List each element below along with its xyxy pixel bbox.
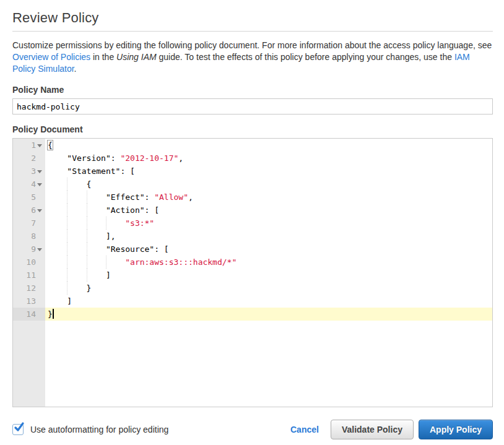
- code-line[interactable]: {: [45, 139, 492, 152]
- indent-guide: [106, 256, 106, 269]
- code-string: "arn:aws:s3:::hackmd/*": [125, 257, 237, 267]
- code-line[interactable]: "arn:aws:s3:::hackmd/*": [45, 256, 492, 269]
- code-line[interactable]: }: [45, 282, 492, 295]
- indent-guide: [67, 204, 67, 217]
- line-number: 2: [31, 152, 36, 165]
- editor-gutter: 1234567891011121314: [13, 139, 45, 407]
- fold-spacer: [37, 233, 43, 240]
- code-line[interactable]: ]: [45, 295, 492, 308]
- fold-arrow-icon[interactable]: [37, 181, 43, 188]
- code-line[interactable]: "Effect": "Allow",: [45, 191, 492, 204]
- policy-document-label: Policy Document: [12, 124, 493, 134]
- policy-name-input[interactable]: [12, 98, 493, 114]
- fold-spacer: [37, 311, 43, 318]
- indent-guide: [87, 217, 87, 230]
- gutter-cell: 5: [13, 191, 45, 204]
- line-number: 5: [31, 191, 36, 204]
- fold-arrow-icon[interactable]: [37, 168, 43, 175]
- footer-bar: Use autoformatting for policy editing Ca…: [12, 420, 493, 439]
- indent-guide: [87, 269, 87, 282]
- code-line[interactable]: "Action": [: [45, 204, 492, 217]
- code-line[interactable]: "Resource": [: [45, 243, 492, 256]
- code-text: "Action": [: [48, 205, 159, 215]
- gutter-cell: 3: [13, 165, 45, 178]
- line-number: 9: [31, 243, 36, 256]
- gutter-cell: 14: [13, 308, 45, 321]
- matched-bracket: {: [48, 140, 53, 150]
- code-text: "Version":: [48, 153, 120, 163]
- fold-spacer: [37, 220, 43, 227]
- checkmark-icon: [14, 422, 24, 433]
- gutter-cell: 1: [13, 139, 45, 152]
- line-number: 10: [26, 256, 36, 269]
- line-number: 14: [26, 308, 36, 321]
- apply-policy-button[interactable]: Apply Policy: [419, 420, 493, 439]
- fold-spacer: [37, 194, 43, 201]
- code-line[interactable]: }: [45, 308, 492, 321]
- gutter-cell: 6: [13, 204, 45, 217]
- text-cursor: [53, 309, 54, 319]
- fold-spacer: [37, 272, 43, 279]
- review-policy-page: Review Policy Customize permissions by e…: [12, 10, 493, 439]
- autoformat-label: Use autoformatting for policy editing: [30, 425, 168, 434]
- gutter-cell: 12: [13, 282, 45, 295]
- indent-guide: [87, 243, 87, 256]
- overview-of-policies-link[interactable]: Overview of Policies: [12, 52, 90, 62]
- gutter-cell: 4: [13, 178, 45, 191]
- code-text: ,: [188, 192, 193, 202]
- gutter-cell: 7: [13, 217, 45, 230]
- line-number: 1: [31, 139, 36, 152]
- validate-policy-button[interactable]: Validate Policy: [331, 420, 414, 439]
- code-line[interactable]: ]: [45, 269, 492, 282]
- indent-guide: [87, 256, 87, 269]
- editor-content[interactable]: { "Version": "2012-10-17", "Statement": …: [45, 139, 492, 407]
- page-title: Review Policy: [12, 10, 493, 26]
- line-number: 11: [26, 269, 36, 282]
- autoformat-option: Use autoformatting for policy editing: [12, 424, 168, 435]
- indent-guide: [67, 269, 67, 282]
- gutter-cell: 11: [13, 269, 45, 282]
- indent-guide: [106, 217, 106, 230]
- indent-guide: [67, 178, 67, 191]
- code-text: }: [48, 309, 53, 319]
- autoformat-checkbox[interactable]: [12, 424, 24, 435]
- gutter-cell: 13: [13, 295, 45, 308]
- indent-guide: [87, 191, 87, 204]
- line-number: 3: [31, 165, 36, 178]
- line-number: 8: [31, 230, 36, 243]
- code-string: "2012-10-17": [120, 153, 178, 163]
- code-text: ]: [48, 296, 72, 306]
- fold-arrow-icon[interactable]: [37, 246, 43, 253]
- description-text: guide. To test the effects of this polic…: [157, 52, 454, 62]
- gutter-cell: 9: [13, 243, 45, 256]
- line-number: 13: [26, 295, 36, 308]
- fold-spacer: [37, 298, 43, 305]
- cancel-link[interactable]: Cancel: [290, 425, 319, 434]
- fold-spacer: [37, 259, 43, 266]
- code-line[interactable]: {: [45, 178, 492, 191]
- code-string: "Allow": [154, 192, 188, 202]
- fold-spacer: [37, 155, 43, 162]
- line-number: 12: [26, 282, 36, 295]
- code-text: {: [48, 179, 91, 189]
- description-text: .: [74, 64, 77, 74]
- description-text: Customize permissions by editing the fol…: [12, 40, 492, 50]
- line-number: 7: [31, 217, 36, 230]
- code-text: ]: [48, 270, 111, 280]
- code-text: "Statement": [: [48, 166, 135, 176]
- code-line[interactable]: "Version": "2012-10-17",: [45, 152, 492, 165]
- description-text: in the: [90, 52, 116, 62]
- policy-name-label: Policy Name: [12, 85, 493, 95]
- code-text: "Resource": [: [48, 244, 169, 254]
- gutter-cell: 2: [13, 152, 45, 165]
- code-line[interactable]: "s3:*": [45, 217, 492, 230]
- fold-arrow-icon[interactable]: [37, 207, 43, 214]
- code-line[interactable]: ],: [45, 230, 492, 243]
- code-text: "Effect":: [48, 192, 154, 202]
- gutter-cell: 8: [13, 230, 45, 243]
- fold-arrow-icon[interactable]: [37, 142, 43, 149]
- policy-document-editor[interactable]: 1234567891011121314 { "Version": "2012-1…: [12, 138, 493, 407]
- code-line[interactable]: "Statement": [: [45, 165, 492, 178]
- code-text: }: [48, 283, 91, 293]
- indent-guide: [67, 191, 67, 204]
